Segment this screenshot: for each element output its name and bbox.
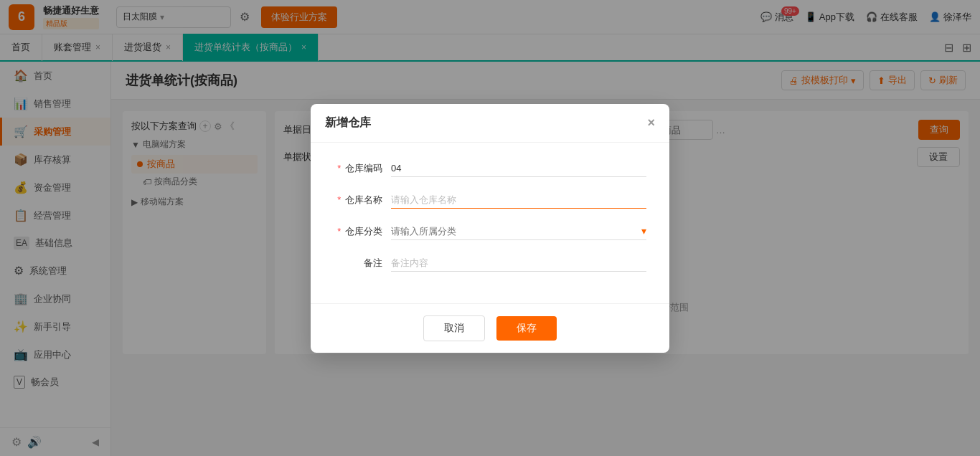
category-label-container: * 仓库分类 (334, 225, 391, 238)
code-input[interactable] (391, 160, 646, 177)
note-input[interactable] (391, 255, 646, 272)
form-row-category: * 仓库分类 ▾ (334, 223, 646, 240)
category-select-container[interactable]: ▾ (391, 223, 646, 240)
code-required-mark: * (337, 163, 341, 174)
dialog-footer: 取消 保存 (311, 303, 669, 353)
category-field-label: 仓库分类 (345, 226, 382, 237)
dialog-body: * 仓库编码 * 仓库名称 * 仓库分类 (311, 143, 669, 303)
category-input[interactable] (391, 223, 641, 239)
form-row-note: 备注 (334, 255, 646, 272)
name-field-label: 仓库名称 (345, 194, 382, 205)
form-row-name: * 仓库名称 (334, 191, 646, 209)
form-row-code: * 仓库编码 (334, 160, 646, 177)
category-dropdown-icon: ▾ (641, 225, 646, 237)
category-required-mark: * (337, 226, 341, 237)
dialog-header: 新增仓库 × (311, 104, 669, 143)
name-label-container: * 仓库名称 (334, 194, 391, 206)
name-input[interactable] (391, 191, 646, 209)
code-label-container: * 仓库编码 (334, 162, 391, 175)
dialog-title: 新增仓库 (325, 115, 371, 130)
note-field-label: 备注 (364, 257, 382, 268)
add-warehouse-dialog: 新增仓库 × * 仓库编码 * 仓库名称 (311, 104, 669, 353)
note-label-container: 备注 (334, 257, 391, 270)
save-button[interactable]: 保存 (496, 316, 557, 341)
name-required-mark: * (337, 194, 341, 205)
code-field-label: 仓库编码 (345, 163, 382, 174)
modal-overlay[interactable]: 新增仓库 × * 仓库编码 * 仓库名称 (0, 0, 980, 456)
cancel-button[interactable]: 取消 (423, 315, 485, 341)
dialog-close-button[interactable]: × (647, 115, 655, 130)
